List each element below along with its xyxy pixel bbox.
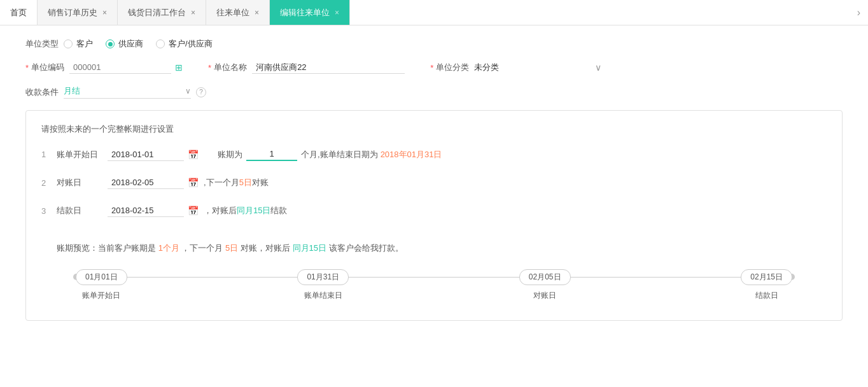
radio-supplier-label: 供应商	[118, 38, 143, 50]
setting-label-reconcile: 对账日	[57, 177, 108, 188]
payment-terms-row: 收款条件 月结 ∨ ?	[25, 85, 843, 99]
tab-sales-order-history[interactable]: 销售订单历史 ×	[38, 0, 118, 25]
node-badge-3: 02月05日	[519, 269, 571, 285]
unit-class-label: 单位分类	[436, 62, 469, 73]
unit-name-group: * 单位名称	[208, 61, 405, 74]
tab-scroll-arrow[interactable]: ›	[850, 7, 868, 18]
payment-date-calendar-icon[interactable]: 📅	[188, 206, 199, 216]
unit-type-label: 单位类型	[25, 38, 59, 50]
unit-code-label: 单位编码	[31, 62, 64, 73]
node-label-1: 账单开始日	[82, 290, 120, 301]
setting-row-3: 3 结款日 📅 ，对账后 同月15日 结款	[41, 204, 827, 217]
main-content: 单位类型 客户 供应商 客户/供应商 * 单位编码 ⊞ * 单位名称	[0, 25, 868, 387]
tab-partner-units[interactable]: 往来单位 ×	[206, 0, 270, 25]
tab-edit-label: 编辑往来单位	[280, 7, 330, 18]
start-date-input[interactable]	[108, 148, 184, 161]
unit-class-arrow-icon: ∨	[595, 62, 601, 73]
unit-class-group: * 单位分类 未分类 ∨	[430, 62, 601, 73]
tab-cash-close-icon[interactable]: ×	[191, 8, 195, 17]
node-label-2: 账单结束日	[304, 290, 342, 301]
payment-highlight: 同月15日	[237, 205, 270, 216]
radio-customer-label: 客户	[76, 38, 93, 50]
radio-supplier-circle	[106, 39, 115, 48]
radio-customer-circle	[64, 39, 73, 48]
tab-edit-partner-unit[interactable]: 编辑往来单位 ×	[270, 0, 350, 25]
tabs-bar: 首页 销售订单历史 × 钱货日清工作台 × 往来单位 × 编辑往来单位 × ›	[0, 0, 868, 25]
preview-suffix: 该客户会给我打款。	[329, 243, 403, 253]
preview-prefix: 账期预览：当前客户账期是	[57, 243, 156, 253]
reconcile-prefix: ,下一个月	[204, 177, 239, 188]
unit-class-value: 未分类	[474, 62, 595, 73]
node-badge-4: 02月15日	[741, 269, 792, 285]
tab-partner-label: 往来单位	[216, 7, 249, 18]
unit-name-label: 单位名称	[214, 62, 247, 73]
settings-section-box: 请按照未来的一个完整帐期进行设置 1 账单开始日 📅 账期为 个月,账单结束日期…	[25, 110, 843, 321]
unit-class-star: *	[430, 63, 433, 73]
unit-class-dropdown[interactable]: 未分类 ∨	[474, 62, 601, 73]
setting-num-1: 1	[41, 150, 57, 159]
reconcile-date-calendar-icon[interactable]: 📅	[188, 178, 199, 188]
preview-sep2: 对账，对账后	[241, 243, 290, 253]
section-instruction: 请按照未来的一个完整帐期进行设置	[41, 123, 827, 135]
timeline-node-2: 01月31日 账单结束日	[297, 269, 349, 301]
unit-name-input[interactable]	[252, 61, 405, 74]
start-date-calendar-icon[interactable]: 📅	[188, 150, 199, 160]
node-label-4: 结款日	[755, 290, 778, 301]
tab-home-label: 首页	[10, 7, 27, 18]
node-label-3: 对账日	[533, 290, 556, 301]
tab-edit-close-icon[interactable]: ×	[335, 8, 339, 17]
radio-customer-supplier-circle	[156, 39, 165, 48]
unit-type-row: 单位类型 客户 供应商 客户/供应商	[25, 38, 843, 50]
preview-part2: 5日	[225, 243, 238, 253]
setting-label-start: 账单开始日	[57, 149, 108, 160]
setting-num-3: 3	[41, 206, 57, 216]
timeline-node-1: 01月01日 账单开始日	[76, 269, 127, 301]
radio-customer[interactable]: 客户	[64, 38, 93, 50]
tab-cash-label: 钱货日清工作台	[128, 7, 186, 18]
unit-name-star: *	[208, 63, 211, 73]
preview-section: 账期预览：当前客户账期是 1个月 ，下一个月 5日 对账，对账后 同月15日 该…	[41, 232, 827, 307]
payment-terms-help-icon[interactable]: ?	[196, 87, 206, 97]
preview-text: 账期预览：当前客户账期是 1个月 ，下一个月 5日 对账，对账后 同月15日 该…	[57, 243, 811, 254]
reconcile-suffix: 对账	[252, 177, 269, 188]
setting-label-payment: 结款日	[57, 205, 108, 216]
setting-row-2: 2 对账日 📅 ,下一个月 5日 对账	[41, 176, 827, 189]
node-badge-1: 01月01日	[76, 269, 127, 285]
setting-row-1: 1 账单开始日 📅 账期为 个月,账单结束日期为 2018年01月31日	[41, 148, 827, 161]
period-label: 账期为	[218, 149, 242, 160]
radio-customer-supplier-label: 客户/供应商	[169, 38, 213, 50]
payment-prefix: ，对账后	[204, 205, 237, 216]
tab-sales-close-icon[interactable]: ×	[102, 8, 107, 17]
unit-info-row: * 单位编码 ⊞ * 单位名称 * 单位分类 未分类 ∨	[25, 61, 843, 74]
timeline-node-3: 02月05日 对账日	[519, 269, 571, 301]
period-unit-label: 个月,账单结束日期为	[301, 149, 378, 160]
payment-terms-value: 月结	[64, 85, 183, 97]
payment-suffix: 结款	[270, 205, 287, 216]
period-wrap: 账期为 个月,账单结束日期为 2018年01月31日	[218, 148, 442, 161]
reconcile-highlight: 5日	[239, 177, 252, 188]
timeline-nodes: 01月01日 账单开始日 01月31日 账单结束日 02月05日 对账日 02月…	[76, 269, 792, 301]
unit-code-group: * 单位编码 ⊞	[25, 61, 183, 74]
unit-code-copy-icon[interactable]: ⊞	[175, 62, 183, 73]
preview-part1: 1个月	[158, 243, 179, 253]
preview-sep1: ，下一个月	[181, 243, 223, 253]
timeline: 01月01日 账单开始日 01月31日 账单结束日 02月05日 对账日 02月…	[57, 269, 811, 301]
radio-supplier[interactable]: 供应商	[106, 38, 143, 50]
tab-sales-label: 销售订单历史	[48, 7, 97, 18]
tab-cash-work[interactable]: 钱货日清工作台 ×	[118, 0, 206, 25]
timeline-node-4: 02月15日 结款日	[741, 269, 792, 301]
payment-terms-label: 收款条件	[25, 87, 59, 98]
unit-code-input[interactable]	[69, 61, 171, 74]
payment-terms-dropdown[interactable]: 月结 ∨	[64, 85, 191, 99]
reconcile-date-input[interactable]	[108, 176, 184, 189]
unit-type-radio-group: 客户 供应商 客户/供应商	[64, 38, 213, 50]
radio-customer-supplier[interactable]: 客户/供应商	[156, 38, 213, 50]
unit-code-star: *	[25, 63, 29, 73]
period-end-date: 2018年01月31日	[381, 149, 442, 160]
node-badge-2: 01月31日	[297, 269, 349, 285]
tab-partner-close-icon[interactable]: ×	[255, 8, 259, 17]
payment-terms-arrow-icon: ∨	[185, 87, 191, 95]
period-input[interactable]	[246, 148, 297, 161]
payment-date-input[interactable]	[108, 204, 184, 217]
tab-home[interactable]: 首页	[0, 0, 38, 25]
